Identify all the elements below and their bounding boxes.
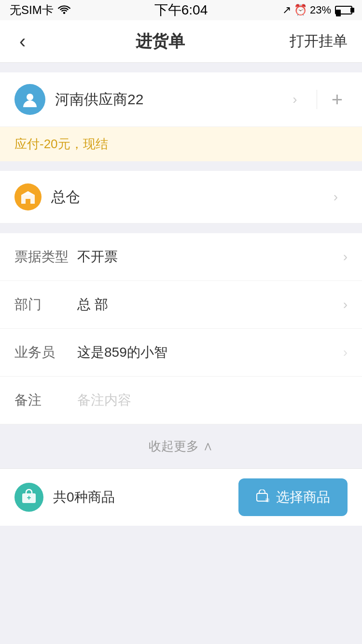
warehouse-name: 总仓: [51, 187, 334, 207]
form-section: 票据类型 不开票 › 部门 总 部 › 业务员 这是859的小智 › 备注 备注…: [0, 233, 362, 424]
location-icon: ↗: [282, 4, 291, 16]
svg-rect-2: [26, 199, 30, 204]
wifi-icon: [57, 3, 71, 17]
open-pending-button[interactable]: 打开挂单: [290, 31, 348, 51]
select-product-button[interactable]: 选择商品: [238, 478, 348, 516]
supplier-avatar: [14, 84, 45, 115]
nav-bar: ‹ 进货单 打开挂单: [0, 20, 362, 63]
remark-row[interactable]: 备注 备注内容: [0, 377, 362, 424]
supplier-row[interactable]: 河南供应商22 › +: [0, 72, 362, 127]
add-button[interactable]: +: [327, 89, 348, 111]
warehouse-chevron-icon: ›: [334, 189, 338, 205]
department-value: 总 部: [77, 295, 343, 314]
department-chevron-icon: ›: [343, 297, 348, 312]
status-left: 无SIM卡: [10, 2, 71, 18]
gray-area: [0, 526, 362, 644]
carrier-text: 无SIM卡: [10, 2, 54, 18]
warehouse-icon-bg: [14, 183, 42, 210]
department-label: 部门: [14, 295, 77, 314]
product-count-icon-bg: [14, 483, 43, 512]
alarm-icon: ⏰: [294, 4, 307, 16]
invoice-type-value: 不开票: [77, 248, 343, 266]
supplier-section: 河南供应商22 › + 应付-20元，现结: [0, 72, 362, 161]
collapse-text: 收起更多 ∧: [149, 438, 213, 455]
invoice-type-label: 票据类型: [14, 248, 77, 266]
notice-text: 应付-20元，现结: [14, 137, 108, 151]
supplier-divider: [317, 90, 317, 109]
collapse-row[interactable]: 收起更多 ∧: [0, 424, 362, 468]
svg-rect-5: [28, 496, 29, 500]
svg-point-1: [27, 94, 33, 100]
invoice-type-chevron-icon: ›: [343, 249, 348, 265]
divider-2: [0, 224, 362, 233]
remark-placeholder[interactable]: 备注内容: [77, 391, 348, 409]
warehouse-row[interactable]: 总仓 ›: [0, 171, 362, 224]
salesperson-row[interactable]: 业务员 这是859的小智 ›: [0, 329, 362, 377]
back-button[interactable]: ‹: [14, 26, 30, 57]
department-row[interactable]: 部门 总 部 ›: [0, 281, 362, 329]
nav-title: 进货单: [136, 30, 185, 53]
battery-icon: [335, 6, 352, 14]
status-right: ↗ ⏰ 23%: [282, 4, 352, 16]
top-divider: [0, 63, 362, 72]
select-product-label: 选择商品: [276, 488, 330, 506]
status-time: 下午6:04: [154, 1, 208, 19]
invoice-type-row[interactable]: 票据类型 不开票 ›: [0, 233, 362, 281]
salesperson-label: 业务员: [14, 343, 77, 362]
status-bar: 无SIM卡 下午6:04 ↗ ⏰ 23%: [0, 0, 362, 20]
middle-divider: [0, 161, 362, 171]
notice-bar: 应付-20元，现结: [0, 127, 362, 161]
remark-label: 备注: [14, 391, 77, 409]
salesperson-value: 这是859的小智: [77, 343, 343, 362]
cart-icon: [256, 490, 271, 505]
svg-rect-9: [265, 501, 268, 502]
supplier-chevron-icon: ›: [292, 92, 297, 107]
bottom-bar: 共0种商品 选择商品: [0, 468, 362, 526]
salesperson-chevron-icon: ›: [343, 345, 348, 360]
battery-text: 23%: [310, 4, 331, 16]
product-count-text: 共0种商品: [53, 488, 238, 506]
supplier-name: 河南供应商22: [55, 90, 292, 110]
